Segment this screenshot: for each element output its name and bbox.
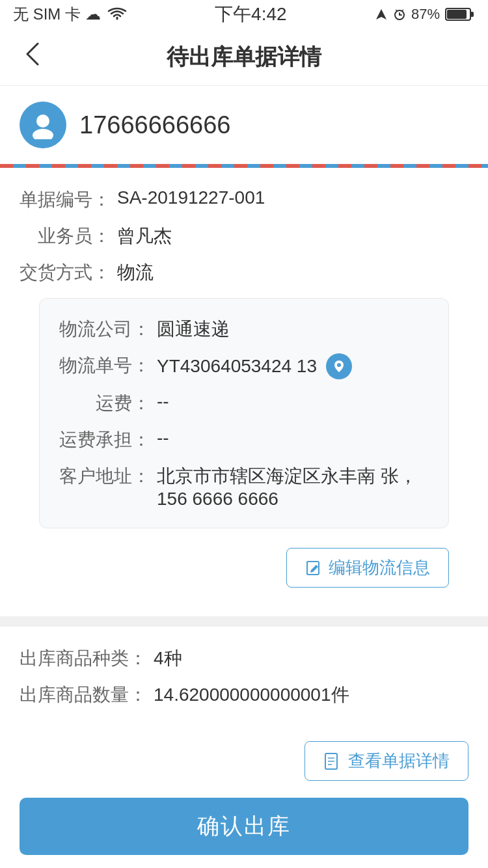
battery-text: 87% xyxy=(411,6,440,23)
svg-point-11 xyxy=(337,363,341,367)
svg-rect-8 xyxy=(447,10,467,19)
edit-icon xyxy=(305,560,322,576)
document-icon xyxy=(323,753,342,770)
goods-quantity-label: 出库商品数量： xyxy=(20,683,147,707)
section-divider-1 xyxy=(0,616,488,627)
avatar xyxy=(20,102,66,148)
svg-marker-0 xyxy=(376,9,386,20)
order-no-row: 单据编号： SA-20191227-001 xyxy=(20,187,468,212)
logistics-card: 物流公司： 圆通速递 物流单号： YT43064053424 13 运费： xyxy=(39,298,449,528)
status-left: 无 SIM 卡 ☁ xyxy=(13,4,127,25)
edit-logistics-btn-area: 编辑物流信息 xyxy=(20,541,468,601)
back-button[interactable] xyxy=(20,36,46,78)
freight-bear-label: 运费承担： xyxy=(59,427,150,452)
freight-bear-row: 运费承担： -- xyxy=(59,427,429,452)
freight-value: -- xyxy=(157,391,429,412)
salesman-value: 曾凡杰 xyxy=(117,224,468,249)
status-right: 87% xyxy=(375,6,475,23)
delivery-value: 物流 xyxy=(117,260,468,285)
edit-logistics-button[interactable]: 编辑物流信息 xyxy=(286,548,449,588)
goods-types-value: 4种 xyxy=(154,646,468,671)
view-details-button[interactable]: 查看单据详情 xyxy=(305,741,468,781)
view-details-label: 查看单据详情 xyxy=(348,750,450,772)
order-no-label: 单据编号： xyxy=(20,187,111,212)
logistics-tracking-label: 物流单号： xyxy=(59,353,150,378)
wifi-icon xyxy=(107,7,127,21)
goods-section: 出库商品种类： 4种 出库商品数量： 14.620000000000001件 xyxy=(0,627,488,735)
order-no-value: SA-20191227-001 xyxy=(117,187,468,208)
freight-row: 运费： -- xyxy=(59,391,429,416)
svg-line-5 xyxy=(401,10,403,11)
svg-point-9 xyxy=(36,115,49,128)
logistics-tracking-value: YT43064053424 13 xyxy=(157,353,429,379)
address-row: 客户地址： 北京市市辖区海淀区永丰南 张，156 6666 6666 xyxy=(59,464,429,509)
edit-logistics-label: 编辑物流信息 xyxy=(329,556,430,579)
battery-icon xyxy=(445,7,475,21)
delivery-label: 交货方式： xyxy=(20,260,111,285)
alarm-icon xyxy=(393,8,406,21)
address-value: 北京市市辖区海淀区永丰南 张，156 6666 6666 xyxy=(157,464,429,509)
goods-types-label: 出库商品种类： xyxy=(20,646,147,671)
svg-rect-7 xyxy=(470,12,474,17)
logistics-tracking-row: 物流单号： YT43064053424 13 xyxy=(59,353,429,379)
status-time: 下午4:42 xyxy=(215,2,287,27)
order-info-section: 单据编号： SA-20191227-001 业务员： 曾凡杰 交货方式： 物流 … xyxy=(0,168,488,616)
logistics-company-row: 物流公司： 圆通速递 xyxy=(59,317,429,342)
confirm-btn-area: 确认出库 xyxy=(0,785,488,868)
goods-quantity-value: 14.620000000000001件 xyxy=(154,683,468,707)
goods-quantity-row: 出库商品数量： 14.620000000000001件 xyxy=(20,683,468,707)
delivery-row: 交货方式： 物流 xyxy=(20,260,468,285)
nav-bar: 待出库单据详情 xyxy=(0,29,488,86)
status-bar: 无 SIM 卡 ☁ 下午4:42 87% xyxy=(0,0,488,29)
logistics-company-value: 圆通速递 xyxy=(157,317,429,342)
user-section: 17666666666 xyxy=(0,86,488,164)
svg-point-10 xyxy=(33,129,53,139)
tracking-location-icon[interactable] xyxy=(326,353,352,379)
tracking-number-text: YT43064053424 13 xyxy=(157,356,317,377)
goods-types-row: 出库商品种类： 4种 xyxy=(20,646,468,671)
page-title: 待出库单据详情 xyxy=(167,42,321,72)
user-phone: 17666666666 xyxy=(79,111,230,139)
logistics-company-label: 物流公司： xyxy=(59,317,150,342)
salesman-label: 业务员： xyxy=(20,224,111,249)
svg-line-4 xyxy=(396,10,398,11)
freight-bear-value: -- xyxy=(157,427,429,448)
freight-label: 运费： xyxy=(59,391,150,416)
confirm-outbound-button[interactable]: 确认出库 xyxy=(20,798,468,855)
sim-text: 无 SIM 卡 ☁ xyxy=(13,4,101,25)
address-label: 客户地址： xyxy=(59,464,150,489)
location-status-icon xyxy=(375,8,388,21)
salesman-row: 业务员： 曾凡杰 xyxy=(20,224,468,249)
